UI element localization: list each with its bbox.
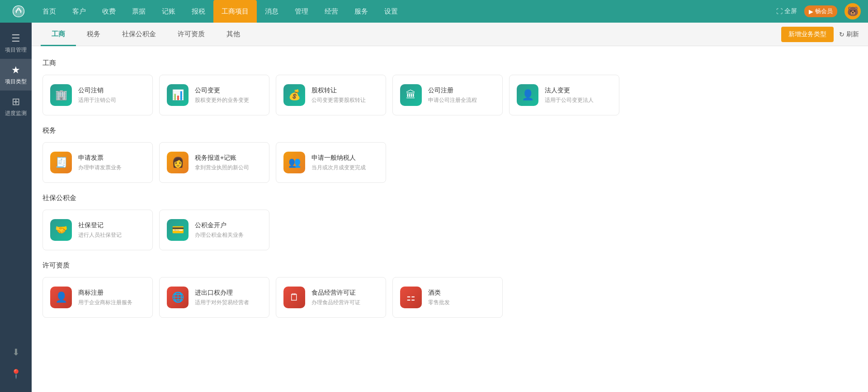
nav-item-客户[interactable]: 客户: [64, 0, 94, 23]
service-card-icon-进出口权办理: 🌐: [167, 287, 189, 308]
service-card-申请发票[interactable]: 🧾申请发票办理申请发票业务: [42, 142, 153, 183]
service-card-商标注册[interactable]: 👤商标注册用于企业商标注册服务: [42, 277, 153, 318]
service-card-公司注销[interactable]: 🏢公司注销适用于注销公司: [42, 75, 153, 115]
service-card-法人变更[interactable]: 👤法人变更适用于公司变更法人: [509, 75, 619, 115]
cards-grid-社保公积金: 🤝社保登记进行人员社保登记💳公积金开户办理公积金相关业务: [42, 210, 857, 250]
service-card-info-税务报道+记账: 税务报道+记账拿到营业执照的新公司: [195, 154, 262, 172]
fullscreen-btn[interactable]: ⛶ 全屏: [776, 7, 797, 15]
sub-tabs-right: 新增业务类型 ↻ 刷新: [781, 27, 859, 42]
service-card-社保登记[interactable]: 🤝社保登记进行人员社保登记: [42, 210, 153, 250]
service-card-info-社保登记: 社保登记进行人员社保登记: [78, 221, 145, 239]
service-card-desc: 公司变更需要股权转让: [311, 96, 378, 104]
sidebar-bottom: ⬇ 📍: [7, 343, 25, 392]
service-card-icon-食品经营许可证: 🗒: [283, 287, 305, 308]
section-title-工商: 工商: [42, 59, 857, 67]
sub-tab-许可资质[interactable]: 许可资质: [167, 23, 216, 46]
service-card-desc: 适用于公司变更法人: [545, 96, 612, 104]
service-card-desc: 股权变更外的业务变更: [195, 96, 262, 104]
service-card-股权转让[interactable]: 💰股权转让公司变更需要股权转让: [276, 75, 386, 115]
new-type-button[interactable]: 新增业务类型: [781, 27, 834, 42]
service-card-desc: 办理公积金相关业务: [195, 231, 262, 239]
nav-item-经营[interactable]: 经营: [316, 0, 346, 23]
refresh-icon: ↻: [839, 31, 844, 38]
sub-tab-税务[interactable]: 税务: [76, 23, 111, 46]
section-title-税务: 税务: [42, 126, 857, 135]
sub-tab-工商[interactable]: 工商: [41, 23, 76, 46]
service-card-info-法人变更: 法人变更适用于公司变更法人: [545, 86, 612, 104]
service-card-icon-商标注册: 👤: [50, 287, 72, 308]
sidebar-label-project-type: 项目类型: [5, 78, 27, 86]
vip-button[interactable]: ▶ 畅会员: [804, 5, 837, 17]
fullscreen-icon: ⛶: [776, 8, 783, 15]
service-card-icon-公司注册: 🏛: [400, 84, 422, 106]
nav-item-报税[interactable]: 报税: [184, 0, 213, 23]
top-navigation: 首页客户收费票据记账报税工商项目消息管理经营服务设置 ⛶ 全屏 ▶ 畅会员 🐻: [0, 0, 868, 23]
app-logo: [7, 0, 30, 23]
service-card-info-股权转让: 股权转让公司变更需要股权转让: [311, 86, 378, 104]
content-area: 工商税务社保公积金许可资质其他 新增业务类型 ↻ 刷新 工商🏢公司注销适用于注销…: [32, 23, 868, 392]
service-card-icon-申请发票: 🧾: [50, 152, 72, 173]
service-card-name: 进出口权办理: [195, 289, 262, 297]
download-icon-btn[interactable]: ⬇: [7, 343, 25, 361]
service-card-desc: 用于企业商标注册服务: [78, 299, 145, 306]
cards-grid-工商: 🏢公司注销适用于注销公司📊公司变更股权变更外的业务变更💰股权转让公司变更需要股权…: [42, 75, 857, 115]
sidebar-label-project-management: 项目管理: [5, 46, 27, 54]
service-card-公司注册[interactable]: 🏛公司注册申请公司注册全流程: [392, 75, 503, 115]
service-card-name: 食品经营许可证: [311, 289, 378, 297]
service-card-icon-公司变更: 📊: [167, 84, 189, 106]
sub-tab-社保公积金[interactable]: 社保公积金: [111, 23, 167, 46]
top-nav-right: ⛶ 全屏 ▶ 畅会员 🐻: [776, 3, 861, 19]
service-card-icon-公司注销: 🏢: [50, 84, 72, 106]
nav-item-收费[interactable]: 收费: [94, 0, 124, 23]
service-card-desc: 适用于对外贸易经营者: [195, 299, 262, 306]
service-card-公积金开户[interactable]: 💳公积金开户办理公积金相关业务: [159, 210, 269, 250]
user-avatar[interactable]: 🐻: [844, 3, 861, 19]
sidebar: ☰ 项目管理 ★ 项目类型 ⊞ 进度监测 ⬇ 📍: [0, 23, 32, 392]
nav-item-设置[interactable]: 设置: [376, 0, 406, 23]
service-card-info-申请一般纳税人: 申请一般纳税人当月或次月成变更完成: [311, 154, 378, 172]
cards-grid-许可资质: 👤商标注册用于企业商标注册服务🌐进出口权办理适用于对外贸易经营者🗒食品经营许可证…: [42, 277, 857, 318]
service-card-icon-法人变更: 👤: [517, 84, 538, 106]
service-card-icon-社保登记: 🤝: [50, 219, 72, 241]
service-card-info-商标注册: 商标注册用于企业商标注册服务: [78, 289, 145, 306]
service-card-name: 公司变更: [195, 86, 262, 95]
sidebar-item-project-management[interactable]: ☰ 项目管理: [0, 27, 32, 59]
service-card-name: 公司注销: [78, 86, 145, 95]
service-card-icon-股权转让: 💰: [283, 84, 305, 106]
service-card-进出口权办理[interactable]: 🌐进出口权办理适用于对外贸易经营者: [159, 277, 269, 318]
sidebar-item-progress-monitor[interactable]: ⊞ 进度监测: [0, 91, 32, 122]
sub-tabs-left: 工商税务社保公积金许可资质其他: [41, 23, 251, 46]
nav-item-工商项目[interactable]: 工商项目: [213, 0, 257, 23]
service-card-info-公司变更: 公司变更股权变更外的业务变更: [195, 86, 262, 104]
service-card-酒类[interactable]: ⚏酒类零售批发: [392, 277, 503, 318]
service-card-desc: 拿到营业执照的新公司: [195, 164, 262, 172]
sidebar-label-progress-monitor: 进度监测: [5, 110, 27, 117]
nav-item-管理[interactable]: 管理: [287, 0, 316, 23]
service-card-desc: 办理申请发票业务: [78, 164, 145, 172]
service-card-申请一般纳税人[interactable]: 👥申请一般纳税人当月或次月成变更完成: [276, 142, 386, 183]
sub-tab-其他[interactable]: 其他: [216, 23, 251, 46]
service-card-name: 申请发票: [78, 154, 145, 162]
nav-item-首页[interactable]: 首页: [34, 0, 64, 23]
service-card-icon-税务报道+记账: 👩: [167, 152, 189, 173]
nav-item-记账[interactable]: 记账: [154, 0, 184, 23]
service-card-name: 股权转让: [311, 86, 378, 95]
service-card-name: 公积金开户: [195, 221, 262, 229]
service-card-info-公司注册: 公司注册申请公司注册全流程: [428, 86, 495, 104]
service-card-name: 社保登记: [78, 221, 145, 229]
service-card-desc: 办理食品经营许可证: [311, 299, 378, 306]
service-card-食品经营许可证[interactable]: 🗒食品经营许可证办理食品经营许可证: [276, 277, 386, 318]
sidebar-item-project-type[interactable]: ★ 项目类型: [0, 59, 32, 91]
service-card-name: 税务报道+记账: [195, 154, 262, 162]
location-icon-btn[interactable]: 📍: [7, 365, 25, 383]
nav-item-服务[interactable]: 服务: [346, 0, 376, 23]
service-card-name: 法人变更: [545, 86, 612, 95]
service-card-公司变更[interactable]: 📊公司变更股权变更外的业务变更: [159, 75, 269, 115]
nav-item-消息[interactable]: 消息: [257, 0, 287, 23]
service-card-税务报道+记账[interactable]: 👩税务报道+记账拿到营业执照的新公司: [159, 142, 269, 183]
refresh-button[interactable]: ↻ 刷新: [839, 30, 859, 38]
scroll-content: 工商🏢公司注销适用于注销公司📊公司变更股权变更外的业务变更💰股权转让公司变更需要…: [32, 46, 868, 392]
service-card-icon-酒类: ⚏: [400, 287, 422, 308]
service-card-info-公司注销: 公司注销适用于注销公司: [78, 86, 145, 104]
nav-item-票据[interactable]: 票据: [124, 0, 154, 23]
